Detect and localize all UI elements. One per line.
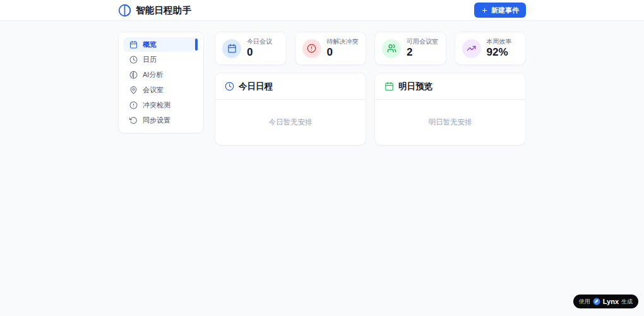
sidebar-item-label: 会议室: [143, 85, 164, 95]
map-pin-icon: [129, 86, 138, 94]
today-schedule-panel: 今日日程 今日暂无安排: [215, 73, 366, 145]
ai-circle-icon: [129, 71, 138, 79]
alert-circle-icon: [129, 101, 138, 109]
badge-prefix: 使用: [579, 298, 590, 306]
stat-card-available-rooms: 可用会议室 2: [374, 32, 446, 65]
sidebar-item-label: AI分析: [143, 70, 163, 80]
stat-value: 92%: [487, 46, 512, 59]
lynx-logo-icon: [593, 298, 600, 305]
calendar-icon: [222, 39, 241, 58]
sidebar-nav: 概览 日历 AI分析 会议室 冲突检测: [118, 32, 204, 133]
badge-brand: Lynx: [603, 298, 619, 305]
sidebar-item-label: 概览: [143, 40, 157, 49]
sidebar-item-conflict-detection[interactable]: 冲突检测: [124, 98, 198, 112]
app-header: 智能日程助手 新建事件: [0, 0, 644, 21]
brand: 智能日程助手: [118, 4, 191, 17]
app-logo-icon: [118, 4, 131, 17]
sync-icon: [129, 116, 138, 125]
clock-icon: [225, 82, 234, 91]
content-area: 概览 日历 AI分析 会议室 冲突检测: [118, 32, 526, 145]
sidebar-item-label: 同步设置: [143, 116, 170, 125]
sidebar-item-label: 日历: [143, 55, 157, 64]
stat-label: 可用会议室: [407, 38, 438, 46]
panel-title: 明日预览: [398, 81, 432, 92]
stat-value: 0: [327, 46, 359, 59]
stat-label: 待解决冲突: [327, 38, 359, 46]
sidebar-item-overview[interactable]: 概览: [124, 37, 198, 52]
lynx-attribution-badge[interactable]: 使用 Lynx 生成: [573, 295, 638, 308]
tomorrow-preview-header: 明日预览: [375, 73, 525, 100]
plus-icon: [481, 7, 488, 14]
page-title: 智能日程助手: [136, 4, 191, 16]
tomorrow-preview-panel: 明日预览 明日暂无安排: [374, 73, 526, 145]
clock-icon: [129, 56, 138, 64]
stat-label: 今日会议: [247, 38, 272, 46]
sidebar-item-meeting-rooms[interactable]: 会议室: [124, 83, 198, 97]
alert-circle-icon: [302, 39, 321, 58]
stats-grid: 今日会议 0 待解决冲突 0: [215, 32, 526, 65]
panels-grid: 今日日程 今日暂无安排 明日预览 明日暂无安排: [215, 73, 526, 145]
calendar-icon: [385, 82, 394, 91]
panel-title: 今日日程: [239, 81, 273, 92]
main-area: 今日会议 0 待解决冲突 0: [215, 32, 526, 145]
users-icon: [382, 39, 401, 58]
stat-card-weekly-efficiency: 本周效率 92%: [455, 32, 527, 65]
stat-label: 本周效率: [487, 38, 512, 46]
today-schedule-header: 今日日程: [215, 73, 366, 100]
stat-value: 2: [407, 46, 438, 59]
stat-card-pending-conflicts: 待解决冲突 0: [295, 32, 367, 65]
stat-value: 0: [247, 46, 272, 59]
sidebar-item-ai-analysis[interactable]: AI分析: [124, 68, 198, 82]
new-event-button-label: 新建事件: [491, 6, 519, 15]
calendar-icon: [129, 40, 138, 49]
sidebar-item-label: 冲突检测: [143, 100, 170, 110]
new-event-button[interactable]: 新建事件: [474, 3, 526, 18]
empty-state-text: 明日暂无安排: [429, 118, 472, 127]
trending-up-icon: [462, 39, 481, 58]
active-indicator: [195, 39, 198, 51]
sidebar-item-calendar[interactable]: 日历: [124, 52, 198, 67]
sidebar-item-sync-settings[interactable]: 同步设置: [124, 113, 198, 128]
stat-card-today-meetings: 今日会议 0: [215, 32, 287, 65]
empty-state-text: 今日暂无安排: [269, 118, 313, 127]
badge-suffix: 生成: [621, 298, 633, 306]
